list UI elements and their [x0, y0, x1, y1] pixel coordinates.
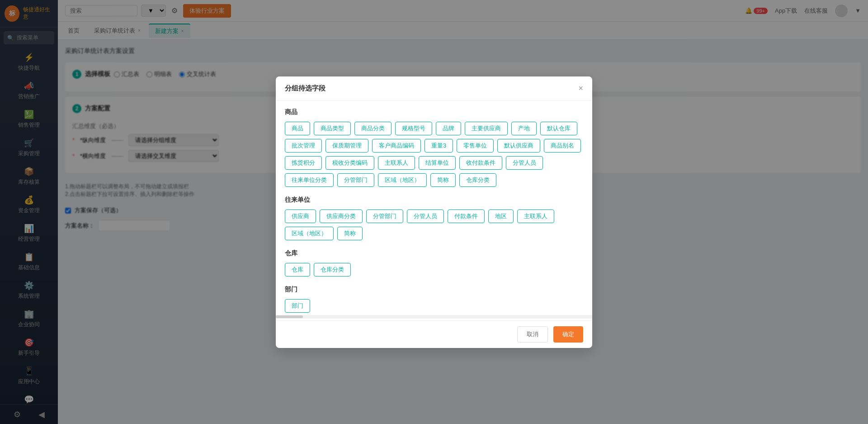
modal-header: 分组待选字段 ×: [276, 76, 592, 101]
field-tag[interactable]: 简称: [337, 227, 363, 240]
field-tag[interactable]: 拣货积分: [285, 156, 322, 170]
modal-section-tags-warehouse: 仓库仓库分类: [285, 263, 583, 276]
modal-section-title-department: 部门: [285, 286, 583, 294]
modal-hscrollbar[interactable]: [276, 315, 592, 319]
field-tag[interactable]: 仓库分类: [314, 263, 351, 276]
field-tag[interactable]: 商品: [285, 122, 310, 135]
modal-section-warehouse: 仓库仓库仓库分类: [285, 249, 583, 276]
modal: 分组待选字段 × 商品商品商品类型商品分类规格型号品牌主要供应商产地默认仓库批次…: [276, 76, 592, 348]
modal-body: 商品商品商品类型商品分类规格型号品牌主要供应商产地默认仓库批次管理保质期管理客户…: [276, 101, 592, 315]
field-tag[interactable]: 品牌: [436, 122, 461, 135]
modal-section-tags-partner: 供应商供应商分类分管部门分管人员付款条件地区主联系人区域（地区）简称: [285, 210, 583, 240]
modal-section-tags-product: 商品商品类型商品分类规格型号品牌主要供应商产地默认仓库批次管理保质期管理客户商品…: [285, 122, 583, 187]
field-tag[interactable]: 简称: [430, 173, 456, 187]
field-tag[interactable]: 付款条件: [448, 210, 485, 223]
field-tag[interactable]: 主联系人: [378, 156, 415, 170]
field-tag[interactable]: 商品别名: [544, 139, 581, 152]
field-tag[interactable]: 供应商分类: [320, 210, 363, 223]
field-tag[interactable]: 结算单位: [419, 156, 456, 170]
field-tag[interactable]: 产地: [511, 122, 537, 135]
modal-section-title-partner: 往来单位: [285, 196, 583, 204]
field-tag[interactable]: 仓库分类: [459, 173, 496, 187]
field-tag[interactable]: 规格型号: [395, 122, 432, 135]
field-tag[interactable]: 部门: [285, 299, 310, 313]
modal-section-product: 商品商品商品类型商品分类规格型号品牌主要供应商产地默认仓库批次管理保质期管理客户…: [285, 108, 583, 187]
modal-confirm-button[interactable]: 确定: [553, 326, 583, 343]
modal-section-partner: 往来单位供应商供应商分类分管部门分管人员付款条件地区主联系人区域（地区）简称: [285, 196, 583, 240]
field-tag[interactable]: 收付款条件: [459, 156, 502, 170]
field-tag[interactable]: 地区: [488, 210, 514, 223]
modal-title: 分组待选字段: [285, 84, 326, 93]
modal-section-title-warehouse: 仓库: [285, 249, 583, 257]
field-tag[interactable]: 重量3: [425, 139, 453, 152]
modal-hscroll-thumb[interactable]: [276, 315, 303, 318]
modal-footer: 取消 确定: [276, 320, 592, 348]
field-tag[interactable]: 供应商: [285, 210, 316, 223]
field-tag[interactable]: 客户商品编码: [372, 139, 421, 152]
field-tag[interactable]: 分管人员: [506, 156, 543, 170]
field-tag[interactable]: 保质期管理: [326, 139, 368, 152]
field-tag[interactable]: 商品分类: [354, 122, 392, 135]
modal-section-tags-department: 部门: [285, 299, 583, 313]
field-tag[interactable]: 批次管理: [285, 139, 322, 152]
field-tag[interactable]: 仓库: [285, 263, 310, 276]
field-tag[interactable]: 商品类型: [314, 122, 351, 135]
field-tag[interactable]: 区域（地区）: [378, 173, 427, 187]
field-tag[interactable]: 税收分类编码: [326, 156, 374, 170]
field-tag[interactable]: 主要供应商: [465, 122, 508, 135]
field-tag[interactable]: 默认供应商: [497, 139, 540, 152]
field-tag[interactable]: 往来单位分类: [285, 173, 334, 187]
modal-section-title-product: 商品: [285, 108, 583, 116]
modal-cancel-button[interactable]: 取消: [517, 326, 548, 343]
field-tag[interactable]: 分管部门: [366, 210, 403, 223]
modal-section-department: 部门部门: [285, 286, 583, 313]
field-tag[interactable]: 分管人员: [407, 210, 444, 223]
field-tag[interactable]: 区域（地区）: [285, 227, 334, 240]
field-tag[interactable]: 默认仓库: [540, 122, 577, 135]
modal-close-button[interactable]: ×: [578, 84, 583, 93]
field-tag[interactable]: 分管部门: [337, 173, 374, 187]
field-tag[interactable]: 零售单位: [457, 139, 494, 152]
field-tag[interactable]: 主联系人: [517, 210, 554, 223]
